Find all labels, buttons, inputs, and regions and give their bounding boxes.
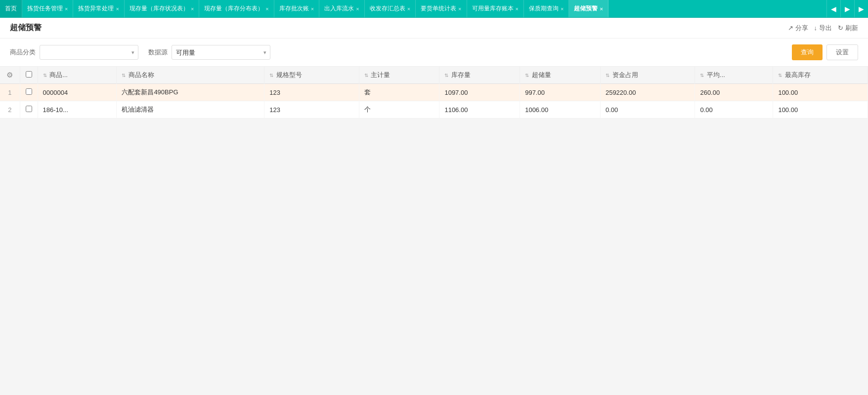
nav-item-close[interactable]: × [265, 6, 268, 12]
share-button[interactable]: ↗ 分享 [788, 24, 808, 33]
datasource-filter-label: 数据源 [148, 48, 168, 57]
nav-item-close[interactable]: × [516, 6, 519, 12]
row-spec: 123 [264, 101, 359, 118]
nav-item-close[interactable]: × [561, 6, 564, 12]
sort-icon: ⇅ [122, 73, 126, 78]
header-capital-occ[interactable]: ⇅ 资金占用 [600, 67, 695, 84]
header-capital-occ-label: 资金占用 [612, 71, 638, 79]
row-checkbox-cell [20, 84, 38, 101]
nav-item-close[interactable]: × [458, 6, 461, 12]
table-header-row: ⚙ ⇅ 商品... ⇅ 商品名称 ⇅ 规格型号 ⇅ [0, 67, 868, 84]
header-settings-col[interactable]: ⚙ [0, 67, 20, 84]
header-spec-label: 规格型号 [276, 71, 302, 79]
nav-item-recv-send-summary[interactable]: 收发存汇总表 × [365, 0, 416, 17]
nav-item-abnormal-proc[interactable]: 拣货异常处理 × [73, 0, 124, 17]
header-product-code[interactable]: ⇅ 商品... [38, 67, 117, 84]
header-stock-qty[interactable]: ⇅ 库存量 [439, 67, 520, 84]
row-number: 1 [0, 84, 20, 101]
header-checkbox-col [20, 67, 38, 84]
nav-item-label: 可用量库存账本 [472, 4, 514, 13]
refresh-button[interactable]: ↻ 刷新 [838, 24, 858, 33]
select-all-checkbox[interactable] [26, 71, 32, 78]
nav-item-stock-batch[interactable]: 库存批次账 × [274, 0, 319, 17]
sort-icon: ⇅ [444, 73, 448, 78]
export-icon: ↓ [814, 24, 818, 32]
row-checkbox[interactable] [26, 88, 32, 95]
nav-item-label: 收发存汇总表 [370, 4, 405, 13]
row-unit: 套 [359, 84, 439, 101]
nav-item-label: 拣货异常处理 [78, 4, 114, 13]
row-capital-occ: 0.00 [600, 101, 695, 118]
nav-item-label: 拣货任务管理 [27, 4, 63, 13]
header-product-code-label: 商品... [49, 71, 68, 79]
nav-item-close[interactable]: × [407, 6, 410, 12]
header-max-stock-label: 最高库存 [785, 71, 811, 79]
settings-button[interactable]: 设置 [826, 44, 858, 60]
nav-item-requisition-stats[interactable]: 要货单统计表 × [416, 0, 467, 17]
nav-item-quality-check[interactable]: 保质期查询 × [524, 0, 569, 17]
nav-item-stock-dist[interactable]: 现存量（库存分布表） × [199, 0, 274, 17]
row-max-stock: 100.00 [773, 84, 868, 101]
nav-item-label: 库存批次账 [279, 4, 309, 13]
nav-item-close[interactable]: × [311, 6, 314, 12]
sort-icon: ⇅ [43, 73, 47, 78]
sort-icon: ⇅ [269, 73, 273, 78]
top-navigation: 首页拣货任务管理 ×拣货异常处理 ×现存量（库存状况表） ×现存量（库存分布表）… [0, 0, 868, 18]
category-select-wrap: ▾ [40, 45, 138, 60]
table-row: 2 186-10... 机油滤清器 123 个 1106.00 1006.00 … [0, 101, 868, 118]
page-title: 超储预警 [10, 23, 42, 33]
nav-item-close[interactable]: × [65, 6, 68, 12]
row-max-stock: 100.00 [773, 101, 868, 118]
header-max-stock[interactable]: ⇅ 最高库存 [773, 67, 868, 84]
row-checkbox[interactable] [26, 106, 32, 112]
header-unit[interactable]: ⇅ 主计量 [359, 67, 439, 84]
overstock-table: ⚙ ⇅ 商品... ⇅ 商品名称 ⇅ 规格型号 ⇅ [0, 67, 868, 118]
nav-item-inout-flow[interactable]: 出入库流水 × [319, 0, 364, 17]
table-container: ⚙ ⇅ 商品... ⇅ 商品名称 ⇅ 规格型号 ⇅ [0, 67, 868, 118]
nav-item-task-mgmt[interactable]: 拣货任务管理 × [22, 0, 73, 17]
header-spec[interactable]: ⇅ 规格型号 [264, 67, 359, 84]
nav-item-close[interactable]: × [600, 6, 603, 12]
header-avg[interactable]: ⇅ 平均... [695, 67, 773, 84]
sort-icon: ⇅ [606, 73, 609, 78]
nav-item-overstock-warning[interactable]: 超储预警 × [569, 0, 608, 17]
header-over-qty[interactable]: ⇅ 超储量 [520, 67, 601, 84]
header-unit-label: 主计量 [371, 71, 390, 79]
row-avg: 0.00 [695, 101, 773, 118]
header-product-name[interactable]: ⇅ 商品名称 [117, 67, 264, 84]
nav-next-button[interactable]: ▶ [840, 0, 854, 18]
nav-item-label: 保质期查询 [529, 4, 559, 13]
nav-item-label: 现存量（库存状况表） [130, 4, 189, 13]
export-label: 导出 [819, 24, 832, 33]
query-button[interactable]: 查询 [792, 44, 823, 60]
nav-item-label: 现存量（库存分布表） [204, 4, 263, 13]
filter-row: 商品分类 ▾ 数据源 可用量 ▾ 查询 设置 [0, 39, 868, 67]
nav-item-close[interactable]: × [191, 6, 194, 12]
datasource-select[interactable]: 可用量 [172, 45, 270, 60]
nav-item-close[interactable]: × [356, 6, 359, 12]
nav-item-available-stock-ledger[interactable]: 可用量库存账本 × [467, 0, 524, 17]
row-product-name: 六配套新昌490BPG [117, 84, 264, 101]
row-stock-qty: 1106.00 [439, 101, 520, 118]
category-filter-group: 商品分类 ▾ [10, 45, 138, 60]
export-button[interactable]: ↓ 导出 [814, 24, 832, 33]
header-stock-qty-label: 库存量 [451, 71, 471, 79]
refresh-label: 刷新 [845, 24, 858, 33]
row-unit: 个 [359, 101, 439, 118]
gear-icon[interactable]: ⚙ [6, 71, 13, 79]
page-header: 超储预警 ↗ 分享 ↓ 导出 ↻ 刷新 [0, 18, 868, 39]
header-product-name-label: 商品名称 [129, 71, 154, 79]
nav-item-stock-status[interactable]: 现存量（库存状况表） × [125, 0, 199, 17]
sort-icon: ⇅ [778, 73, 782, 78]
refresh-icon: ↻ [838, 24, 843, 32]
nav-item-home[interactable]: 首页 [0, 0, 22, 17]
row-product-name: 机油滤清器 [117, 101, 264, 118]
nav-more-button[interactable]: ▶ [854, 0, 868, 18]
table-row: 1 0000004 六配套新昌490BPG 123 套 1097.00 997.… [0, 84, 868, 101]
header-over-qty-label: 超储量 [532, 71, 551, 79]
nav-item-close[interactable]: × [116, 6, 119, 12]
nav-prev-button[interactable]: ◀ [826, 0, 840, 18]
category-filter-label: 商品分类 [10, 48, 36, 57]
category-select[interactable] [40, 45, 138, 60]
nav-item-label: 出入库流水 [324, 4, 354, 13]
